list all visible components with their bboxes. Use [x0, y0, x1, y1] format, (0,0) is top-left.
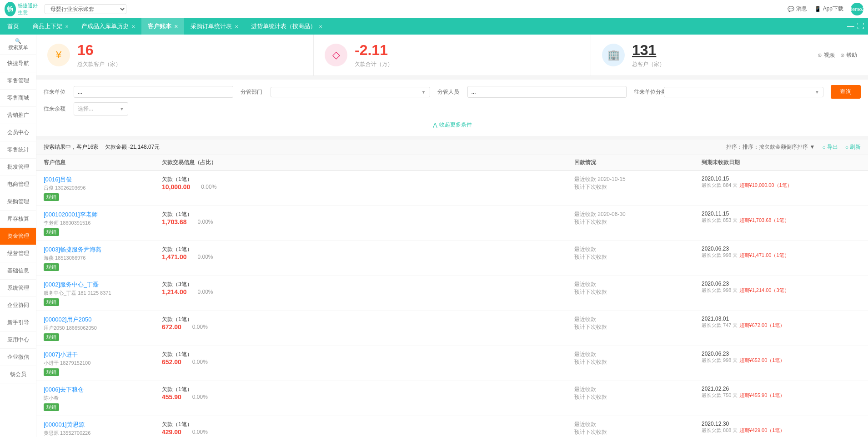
tab-close-icon[interactable]: ✕: [235, 24, 238, 29]
debt-info-1: 欠款（1笔） 1,703.68 0.00%: [162, 211, 574, 226]
tab-close-icon[interactable]: ✕: [65, 24, 69, 29]
sidebar-item-finance[interactable]: 资金管理: [0, 228, 36, 245]
app-icon: 📱: [814, 6, 821, 12]
recovery-last-5: 最近收款: [574, 351, 702, 358]
main-content: ¥ 16 总欠款客户（家） ◇ -2.11 欠款合计（万） 🏢 131 总客户（…: [36, 35, 868, 437]
sidebar-item-inventory[interactable]: 库存核算: [0, 211, 36, 228]
sidebar-item-purchase[interactable]: 采购管理: [0, 193, 36, 211]
tab-product-listing[interactable]: 商品上下架 ✕: [26, 18, 75, 35]
debt-row-detail-3: 1,214.00 0.00%: [162, 288, 574, 296]
table-row: [000002]用户2050 用户2050 18665062050 现销 欠款（…: [36, 311, 868, 346]
customer-name-5[interactable]: [0007]小进干: [44, 351, 162, 359]
table-area: 客户信息 欠款交易信息（占比） 回款情况 到期未收款日期 [0016]吕俊 吕俊…: [36, 155, 868, 437]
tab-purchase-product-stats[interactable]: 进货单统计表（按商品） ✕: [245, 18, 329, 35]
tab-close-icon[interactable]: ✕: [174, 24, 178, 29]
filter-input-category[interactable]: ▼: [664, 87, 823, 97]
customer-name-2[interactable]: [0003]畅捷服务尹海燕: [44, 246, 162, 254]
recovery-last-2: 最近收款: [574, 246, 702, 253]
minimize-button[interactable]: —: [847, 22, 854, 30]
table-row: [0001020001]李老师 李老师 18600391516 现销 欠款（1笔…: [36, 206, 868, 241]
sidebar-item-retail-manage[interactable]: 零售管理: [0, 72, 36, 90]
export-button[interactable]: ○ 导出: [823, 143, 838, 151]
filter-collapse-button[interactable]: ⋀ 收起更多条件: [44, 119, 861, 131]
main-layout: 🔍 搜索菜单 快捷导航 零售管理 零售商城 营销推广 会员中心 零售统计 批发管…: [0, 35, 868, 437]
customer-name-3[interactable]: [0002]服务中心_丁磊: [44, 281, 162, 289]
sidebar-item-apps[interactable]: 应用中心: [0, 332, 36, 349]
sidebar-item-retail-store[interactable]: 零售商城: [0, 90, 36, 107]
sidebar-item-wholesale[interactable]: 批发管理: [0, 159, 36, 176]
date-info-2: 2020.06.23 最长欠款 998 天 超期¥1,471.00（1笔）: [702, 246, 861, 259]
stat-info-debt-total: -2.11 欠款合计（万）: [355, 42, 393, 68]
overdue-link-5[interactable]: 超期¥652.00（1笔）: [739, 357, 785, 363]
customer-name-0[interactable]: [0016]吕俊: [44, 176, 162, 184]
debt-percent-0: 0.00%: [201, 184, 216, 190]
filter-input-department[interactable]: ▼: [271, 87, 430, 97]
debt-count-4: 欠款（1笔）: [162, 316, 574, 323]
system-select[interactable]: 母婴行业演示账套: [45, 4, 126, 14]
sidebar-item-member[interactable]: 会员中心: [0, 124, 36, 141]
debt-count-3: 欠款（3笔）: [162, 281, 574, 288]
customer-tag-0: 现销: [44, 193, 59, 201]
sidebar-item-guide[interactable]: 新手引导: [0, 314, 36, 332]
sidebar-item-quick-nav[interactable]: 快捷导航: [0, 55, 36, 72]
sidebar-item-retail-stats[interactable]: 零售统计: [0, 141, 36, 159]
debt-row-detail-5: 652.00 0.00%: [162, 358, 574, 366]
sidebar-item-wechat[interactable]: 企业微信: [0, 349, 36, 366]
debt-amount-3: 1,214.00: [162, 288, 187, 296]
filter-input-person-dots: ...: [472, 89, 476, 95]
message-button[interactable]: 💬 消息: [788, 5, 807, 13]
filter-input-balance[interactable]: 选择... ▼: [74, 102, 128, 116]
tab-production-history[interactable]: 产成品入库单历史 ✕: [75, 18, 141, 35]
customer-name-6[interactable]: [0006]去下粮仓: [44, 386, 162, 394]
customer-name-1[interactable]: [0001020001]李老师: [44, 211, 162, 219]
tab-close-icon[interactable]: ✕: [131, 24, 135, 29]
sidebar-search[interactable]: 🔍 搜索菜单: [0, 35, 36, 55]
debt-total-label: 欠款合计（万）: [355, 60, 393, 68]
filter-input-customer[interactable]: ...: [74, 86, 233, 98]
refresh-button[interactable]: ○ 刷新: [845, 143, 861, 151]
customer-tag-3: 现销: [44, 298, 59, 306]
customer-sub-1: 李老师 18600391516: [44, 220, 162, 226]
result-actions: 排序：排序：按欠款金额倒序排序 ▼ ○ 导出 ○ 刷新: [726, 143, 861, 151]
recovery-last-4: 最近收款: [574, 316, 702, 323]
customer-name-7[interactable]: [000001]黄思源: [44, 421, 162, 429]
date-main-4: 2021.03.01: [702, 316, 861, 322]
overdue-link-6[interactable]: 超期¥455.90（1笔）: [739, 392, 785, 398]
sidebar-item-ecommerce[interactable]: 电商管理: [0, 176, 36, 193]
date-info-5: 2020.06.23 最长欠款 998 天 超期¥652.00（1笔）: [702, 351, 861, 364]
user-menu[interactable]: demo2: [851, 3, 863, 15]
customer-sub-5: 小进干 18279152100: [44, 360, 162, 367]
recovery-info-1: 最近收款 2020-06-30 预计下次收款: [574, 211, 702, 226]
date-main-5: 2020.06.23: [702, 351, 861, 357]
query-button[interactable]: 查询: [831, 85, 861, 99]
tab-purchase-stats[interactable]: 采购订单统计表 ✕: [184, 18, 245, 35]
nav-tabs: 首页 商品上下架 ✕ 产成品入库单历史 ✕ 客户账本 ✕ 采购订单统计表 ✕ 进…: [0, 18, 868, 35]
message-icon: 💬: [788, 6, 794, 12]
overdue-link-7[interactable]: 超期¥429.00（1笔）: [739, 427, 785, 433]
debt-amount-2: 1,471.00: [162, 253, 187, 261]
sidebar-item-vip[interactable]: 畅会员: [0, 366, 36, 383]
filter-input-person[interactable]: ...: [467, 86, 627, 98]
sidebar-item-marketing[interactable]: 营销推广: [0, 107, 36, 124]
help-link[interactable]: ⊙ 帮助: [840, 51, 857, 59]
overdue-link-4[interactable]: 超期¥672.00（1笔）: [739, 322, 785, 328]
overdue-link-1[interactable]: 超期¥1,703.68（1笔）: [739, 217, 789, 223]
result-bar: 搜索结果中，客户16家 欠款金额 -21,148.07元 排序：排序：按欠款金额…: [36, 140, 868, 155]
sidebar-item-operations[interactable]: 经营管理: [0, 245, 36, 262]
customer-name-4[interactable]: [000002]用户2050: [44, 316, 162, 324]
sidebar-item-enterprise[interactable]: 企业协同: [0, 297, 36, 314]
video-link[interactable]: ⊙ 视频: [818, 51, 834, 59]
sidebar-item-system[interactable]: 系统管理: [0, 280, 36, 297]
sidebar-item-basics[interactable]: 基础信息: [0, 262, 36, 280]
overdue-link-0[interactable]: 超期¥10,000.00（1笔）: [739, 182, 792, 188]
maximize-button[interactable]: ⛶: [857, 22, 864, 30]
customer-info-6: [0006]去下粮仓 陈小希 现销: [44, 386, 162, 411]
app-download-button[interactable]: 📱 App下载: [814, 5, 843, 13]
tab-home[interactable]: 首页: [0, 18, 26, 35]
debt-count-0: 欠款（1笔）: [162, 176, 574, 183]
tab-close-icon[interactable]: ✕: [319, 24, 322, 29]
overdue-link-2[interactable]: 超期¥1,471.00（1笔）: [739, 252, 789, 258]
overdue-link-3[interactable]: 超期¥1,214.00（3笔）: [739, 287, 789, 293]
debt-amount-0: 10,000.00: [162, 183, 190, 191]
tab-customer-account[interactable]: 客户账本 ✕: [141, 18, 184, 35]
